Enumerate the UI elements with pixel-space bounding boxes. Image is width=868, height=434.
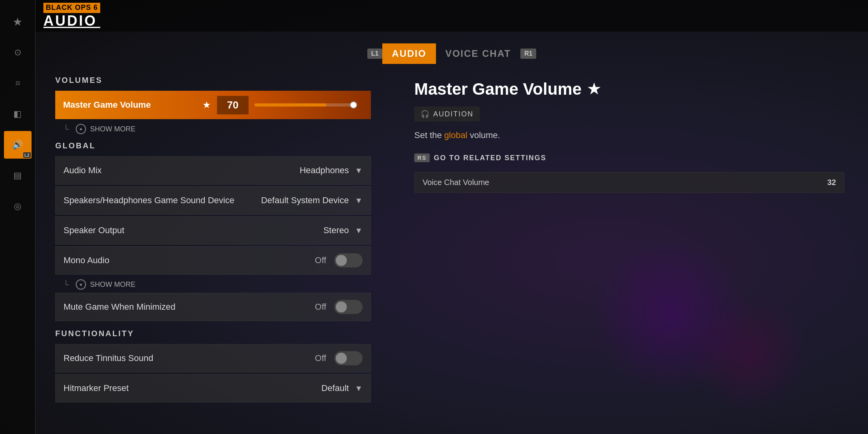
content-area: VOLUMES Master Game Volume ★ 70 └ ● SHOW… <box>36 72 868 434</box>
slider-thumb <box>350 101 357 108</box>
mute-minimized-value: Off <box>315 302 326 312</box>
related-settings-button[interactable]: RS GO TO RELATED SETTINGS <box>414 153 844 162</box>
volumes-show-more-label: SHOW MORE <box>90 125 135 133</box>
hitmarker-preset-label: Hitmarker Preset <box>64 383 321 393</box>
sidebar-item-controller[interactable]: ⌗ <box>4 69 32 97</box>
master-game-volume-row[interactable]: Master Game Volume ★ 70 <box>55 91 371 119</box>
tab-voice-chat[interactable]: VOICE CHAT <box>436 43 520 64</box>
mono-audio-toggle[interactable] <box>334 253 363 268</box>
sound-device-label: Speakers/Headphones Game Sound Device <box>64 195 261 206</box>
mute-minimized-row[interactable]: Mute Game When Minimized Off <box>55 293 371 321</box>
voice-chat-volume-value: 32 <box>827 178 836 187</box>
mono-audio-row[interactable]: Mono Audio Off <box>55 246 371 275</box>
sidebar-item-interface[interactable]: ◧ <box>4 100 32 128</box>
circle-icon: ● <box>76 124 86 134</box>
hitmarker-preset-chevron-icon: ▼ <box>355 384 363 393</box>
mute-minimized-label: Mute Game When Minimized <box>64 302 315 312</box>
reduce-tinnitus-value: Off <box>315 353 326 363</box>
speaker-output-row[interactable]: Speaker Output Stereo ▼ <box>55 216 371 245</box>
hitmarker-preset-row[interactable]: Hitmarker Preset Default ▼ <box>55 374 371 402</box>
reduce-tinnitus-label: Reduce Tinnitus Sound <box>64 353 315 363</box>
audio-mix-selected: Headphones <box>299 165 349 176</box>
master-volume-star-icon: ★ <box>202 99 211 110</box>
logo-black-ops: BLACK OPS 6 <box>43 3 100 13</box>
global-show-more[interactable]: └ ● SHOW MORE <box>55 276 371 293</box>
audio-mix-value: Headphones ▼ <box>299 165 363 176</box>
hitmarker-preset-selected: Default <box>321 383 349 393</box>
audio-mix-row[interactable]: Audio Mix Headphones ▼ <box>55 156 371 185</box>
circle-icon2: ● <box>76 279 86 290</box>
sidebar-item-network[interactable]: ◎ <box>4 193 32 220</box>
sidebar-item-display[interactable]: ▤ <box>4 162 32 189</box>
topbar: BLACK OPS 6 AUDIO <box>36 0 868 32</box>
reduce-tinnitus-toggle-knob <box>336 353 347 364</box>
sidebar-item-favorites[interactable]: ★ <box>4 8 32 36</box>
audition-label: AUDITION <box>433 110 473 118</box>
detail-title-text: Master Game Volume <box>414 80 582 99</box>
sound-device-chevron-icon: ▼ <box>355 196 363 205</box>
main-content: L1 AUDIO VOICE CHAT R1 VOLUMES Master Ga… <box>36 32 868 434</box>
mono-audio-label: Mono Audio <box>64 255 315 266</box>
volumes-show-more[interactable]: └ ● SHOW MORE <box>55 121 371 137</box>
detail-desc-highlight: global <box>444 130 468 140</box>
right-panel: Master Game Volume ★ 🎧 AUDITION Set the … <box>391 72 868 434</box>
l1-badge: L1 <box>367 49 383 59</box>
audio-mix-chevron-icon: ▼ <box>355 166 363 175</box>
logo-audio: AUDIO <box>43 13 100 29</box>
voice-chat-volume-label: Voice Chat Volume <box>423 178 827 187</box>
r1-badge: R1 <box>520 49 536 59</box>
functionality-section-title: FUNCTIONALITY <box>55 329 371 338</box>
reduce-tinnitus-row[interactable]: Reduce Tinnitus Sound Off <box>55 344 371 372</box>
sound-device-value: Default System Device ▼ <box>261 195 363 206</box>
speaker-output-label: Speaker Output <box>64 225 323 236</box>
reduce-tinnitus-toggle-container: Off <box>315 351 363 365</box>
mono-audio-toggle-container: Off <box>315 253 363 268</box>
rs-badge: RS <box>414 153 430 162</box>
detail-description: Set the global volume. <box>414 129 844 142</box>
tab-navigation: L1 AUDIO VOICE CHAT R1 <box>36 32 868 72</box>
master-volume-value: 70 <box>217 96 249 114</box>
sidebar-item-mouse[interactable]: ⊙ <box>4 39 32 66</box>
audition-icon: 🎧 <box>421 110 430 118</box>
reduce-tinnitus-toggle[interactable] <box>334 351 363 365</box>
sound-device-row[interactable]: Speakers/Headphones Game Sound Device De… <box>55 186 371 215</box>
detail-title: Master Game Volume ★ <box>414 80 844 99</box>
mute-minimized-toggle-container: Off <box>315 300 363 314</box>
master-volume-slider[interactable] <box>254 103 357 107</box>
speaker-output-selected: Stereo <box>323 225 349 236</box>
tab-audio[interactable]: AUDIO <box>382 43 436 64</box>
speaker-output-chevron-icon: ▼ <box>355 226 363 235</box>
mute-minimized-toggle-knob <box>336 301 347 312</box>
slider-fill <box>254 103 326 107</box>
master-game-volume-label: Master Game Volume <box>63 100 196 110</box>
left-panel: VOLUMES Master Game Volume ★ 70 └ ● SHOW… <box>36 72 391 434</box>
mono-audio-toggle-knob <box>336 255 347 266</box>
global-section-title: GLOBAL <box>55 141 371 150</box>
indent-line2: └ <box>63 280 69 289</box>
related-settings-label: GO TO RELATED SETTINGS <box>434 154 546 162</box>
detail-title-star-icon: ★ <box>587 81 600 97</box>
speaker-output-value: Stereo ▼ <box>323 225 363 236</box>
volumes-section-title: VOLUMES <box>55 76 371 85</box>
detail-desc-suffix: volume. <box>468 130 500 140</box>
sound-device-selected: Default System Device <box>261 195 349 206</box>
sidebar-item-audio[interactable]: 🔊 L2 <box>4 131 32 159</box>
l2-badge: L2 <box>23 152 31 158</box>
mono-audio-value: Off <box>315 255 326 266</box>
related-item-voice-chat[interactable]: Voice Chat Volume 32 <box>414 172 844 193</box>
mute-minimized-toggle[interactable] <box>334 300 363 314</box>
detail-desc-prefix: Set the <box>414 130 444 140</box>
audio-mix-label: Audio Mix <box>64 165 299 176</box>
global-show-more-label: SHOW MORE <box>90 281 135 289</box>
audition-badge: 🎧 AUDITION <box>414 107 480 122</box>
indent-line: └ <box>63 125 69 134</box>
sidebar: ★ ⊙ ⌗ ◧ 🔊 L2 ▤ ◎ <box>0 0 36 434</box>
hitmarker-preset-value: Default ▼ <box>321 383 363 393</box>
game-logo: BLACK OPS 6 AUDIO <box>43 3 100 28</box>
